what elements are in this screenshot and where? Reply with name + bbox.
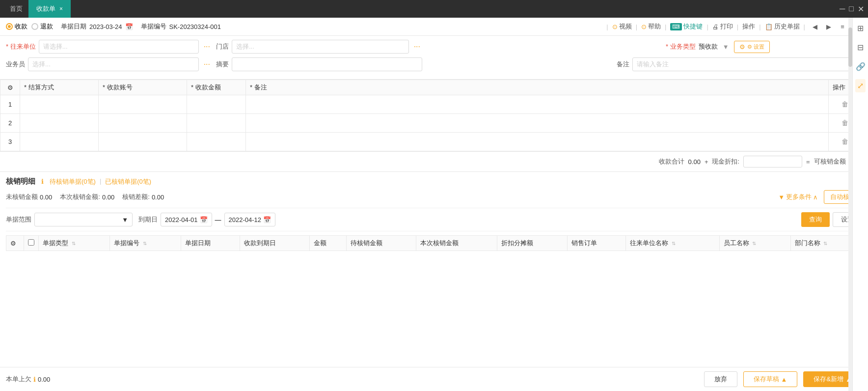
shop-input[interactable]: 选择... [232, 40, 409, 54]
bill-no-field: 单据编号 SK-20230324-001 [141, 22, 221, 31]
vt-gear-col[interactable]: ⚙ [6, 236, 24, 251]
summary-input[interactable] [232, 57, 422, 71]
query-button[interactable]: 查询 [801, 212, 830, 227]
cash-discount-label: 现金折扣: [712, 157, 739, 166]
col-remark-header: * 备注 [246, 80, 829, 95]
window-max-icon[interactable]: □ [849, 4, 854, 13]
counterpart-more-btn[interactable]: ··· [202, 42, 212, 51]
layout-prev-icon[interactable]: ◀ [809, 21, 821, 32]
cash-discount-input[interactable] [743, 156, 802, 168]
row3-settle[interactable] [20, 133, 99, 151]
calendar-icon[interactable]: 📅 [125, 23, 133, 30]
row1-settle[interactable] [20, 95, 99, 114]
nav-window-actions: ─ □ ✕ [840, 4, 864, 14]
vt-checkbox-all[interactable] [28, 239, 34, 246]
nav-tab-receipt[interactable]: 收款单 × [28, 0, 71, 18]
remark-label: 备注 [617, 60, 629, 69]
vt-counterpart-col: 往来单位名称 ⇅ [626, 236, 719, 251]
sidebar-icon-3[interactable]: 🔗 [854, 60, 868, 73]
vt-bill-date-col: 单据日期 [181, 236, 240, 251]
sidebar-icon-2[interactable]: ⊟ [855, 41, 866, 54]
ben-info-icon[interactable]: ℹ [33, 376, 36, 383]
radio-receive[interactable]: 收款 [6, 22, 27, 31]
home-label: 首页 [10, 4, 23, 13]
business-type-dropdown[interactable]: ▼ [721, 43, 731, 51]
row-num-1: 1 [0, 95, 20, 114]
vt-current-col: 本次核销金额 [416, 236, 497, 251]
tab-done[interactable]: 已核销单据(0笔) [105, 177, 151, 186]
row2-account[interactable] [99, 114, 187, 133]
staff-field: 业务员 选择... ··· [6, 57, 212, 71]
verify-stats-row: 未核销金额 0.00 本次核销金额: 0.00 核销差额: 0.00 ▼ 更多条… [6, 190, 862, 204]
row1-delete-icon[interactable]: 🗑 [841, 100, 848, 109]
receipt-table: ⚙ * 结算方式 * 收款账号 * 收款金额 * 备注 操作 1 [0, 80, 868, 151]
vt-sales-order-col: 销售订单 [567, 236, 626, 251]
verify-title-row: 核销明细 ℹ 待核销单据(0笔) | 已核销单据(0笔) [6, 177, 862, 186]
discard-button[interactable]: 放弃 [704, 371, 737, 387]
help-btn[interactable]: ⊙ 帮助 [641, 22, 661, 31]
current-verify-label: 本次核销金额: [60, 193, 100, 201]
col-amount-header: * 收款金额 [187, 80, 246, 95]
range-filter-group: 单据范围 ▼ [6, 213, 133, 226]
verify-table: ⚙ 单据类型 ⇅ 单据编号 ⇅ 单据日期 [6, 235, 862, 251]
settings-icon: ⚙ [739, 43, 745, 51]
layout-list-icon[interactable]: ≡ [837, 21, 848, 32]
row1-remark[interactable] [246, 95, 829, 114]
date-start-input[interactable]: 2022-04-01 📅 [161, 213, 212, 226]
bill-date-value[interactable]: 2023-03-24 [89, 23, 122, 30]
row3-remark[interactable] [246, 133, 829, 151]
scroll-track[interactable] [848, 18, 852, 391]
sidebar-icon-4[interactable]: ⤢ [855, 79, 866, 92]
radio-receive-circle [6, 23, 13, 30]
settings-btn[interactable]: ⚙ ⚙ 设置 [734, 41, 770, 53]
table-row: 1 🗑 ⧉ [0, 95, 868, 114]
shop-label: 门店 [216, 42, 229, 51]
layout-next-icon[interactable]: ▶ [823, 21, 835, 32]
window-close-icon[interactable]: ✕ [858, 4, 864, 14]
verify-info-icon[interactable]: ℹ [41, 178, 44, 185]
verify-table-area: ⚙ 单据类型 ⇅ 单据编号 ⇅ 单据日期 [6, 235, 862, 251]
history-btn[interactable]: 📋 历史单据 [765, 22, 800, 31]
row3-account[interactable] [99, 133, 187, 151]
row2-remark[interactable] [246, 114, 829, 133]
counterpart-input[interactable]: 请选择... [39, 40, 199, 54]
row3-amount[interactable] [187, 133, 246, 151]
more-conditions-btn[interactable]: ▼ 更多条件 ∧ [778, 193, 818, 201]
window-min-icon[interactable]: ─ [840, 4, 845, 13]
radio-refund-label: 退款 [40, 22, 53, 31]
row3-delete-icon[interactable]: 🗑 [841, 138, 848, 146]
staff-more-btn[interactable]: ··· [202, 60, 212, 69]
form-row-1: * 往来单位 请选择... ··· 门店 选择... ··· * 业务类型 预收… [6, 40, 862, 54]
summary-field: 摘要 [216, 57, 422, 71]
operate-btn[interactable]: 操作 [742, 22, 755, 31]
range-dropdown-icon: ▼ [122, 216, 128, 223]
row1-amount[interactable] [187, 95, 246, 114]
video-btn[interactable]: ⊙ 视频 [612, 22, 632, 31]
date-end-input[interactable]: 2022-04-12 📅 [224, 213, 276, 226]
radio-refund-circle [31, 23, 38, 30]
plus-sign: + [705, 158, 708, 166]
shortcut-btn[interactable]: ⌨ 快捷键 [670, 22, 703, 31]
sidebar-icon-1[interactable]: ⊞ [855, 22, 866, 35]
sum-row: 收款合计 0.00 + 现金折扣: = 可核销金额 0.00 [0, 152, 868, 172]
staff-input[interactable]: 选择... [28, 57, 199, 71]
table-gear-icon[interactable]: ⚙ [0, 80, 20, 95]
verify-diff-stat: 核销差额: 0.00 [122, 193, 164, 201]
close-tab-icon[interactable]: × [59, 5, 63, 12]
tab-pending[interactable]: 待核销单据(0笔) [50, 177, 96, 186]
save-draft-button[interactable]: 保存草稿 ▲ [743, 371, 798, 387]
radio-refund[interactable]: 退款 [31, 22, 53, 31]
row-num-2: 2 [0, 114, 20, 133]
row2-settle[interactable] [20, 114, 99, 133]
row2-amount[interactable] [187, 114, 246, 133]
business-type-label: * 业务类型 [666, 42, 696, 51]
remark-input[interactable]: 请输入备注 [632, 57, 862, 71]
row2-delete-icon[interactable]: 🗑 [841, 119, 848, 127]
row1-account[interactable] [99, 95, 187, 114]
nav-home[interactable]: 首页 [4, 0, 28, 18]
range-select[interactable]: ▼ [34, 213, 133, 226]
shop-more-btn[interactable]: ··· [412, 42, 422, 51]
scroll-thumb[interactable] [848, 28, 852, 67]
save-draft-dropdown-icon[interactable]: ▲ [781, 376, 787, 383]
print-btn[interactable]: 🖨 打印 [712, 22, 733, 31]
